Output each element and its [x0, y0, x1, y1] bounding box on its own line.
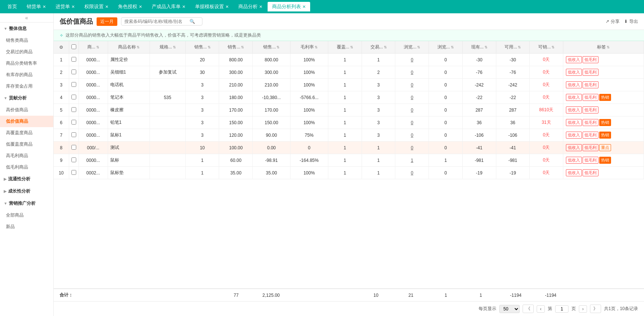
- views1-value[interactable]: 0: [411, 170, 413, 176]
- sidebar-item-all-products[interactable]: 全部商品: [0, 210, 53, 221]
- spec-col-header[interactable]: 规格...⇅: [150, 41, 185, 54]
- row-checkbox-3[interactable]: [69, 79, 78, 91]
- sidebar-collapse-button[interactable]: «: [0, 13, 53, 23]
- page-number-input[interactable]: [555, 305, 568, 313]
- first-page-button[interactable]: 《: [523, 305, 534, 313]
- sidebar-item-sales-products[interactable]: 销售类商品: [0, 35, 53, 46]
- row-views1-3[interactable]: 0: [395, 79, 429, 91]
- select-all-checkbox[interactable]: [71, 44, 76, 49]
- sidebar-item-traded-products[interactable]: 交易过的商品: [0, 46, 53, 58]
- export-button[interactable]: ⬇ 导出: [624, 18, 638, 25]
- row-views1-10[interactable]: 0: [395, 167, 429, 179]
- qty-col-header[interactable]: 销售...⇅: [185, 41, 219, 54]
- row-views1-5[interactable]: 0: [395, 104, 429, 116]
- nav-template-close[interactable]: ✕: [225, 4, 229, 9]
- row-checkbox-5[interactable]: [69, 104, 78, 116]
- sidebar-item-high-margin[interactable]: 高毛利商品: [0, 150, 53, 162]
- views2-col-header[interactable]: 浏览...⇅: [429, 41, 463, 54]
- row-checkbox-7[interactable]: [69, 129, 78, 142]
- views1-value[interactable]: 0: [411, 82, 413, 88]
- sidebar-item-low-value[interactable]: 低价值商品: [0, 116, 53, 127]
- row-checkbox-4[interactable]: [69, 91, 78, 104]
- row-views1-4[interactable]: 0: [395, 91, 429, 104]
- time-filter-button[interactable]: 近一月: [97, 17, 117, 26]
- row-checkbox-2[interactable]: [69, 66, 78, 79]
- table-container[interactable]: ⚙ 商...⇅ 商品名称⇅ 规格...⇅ 销售...⇅ 销售...⇅ 销售...…: [54, 41, 644, 288]
- views1-value[interactable]: 0: [411, 145, 413, 150]
- sidebar-item-high-coverage[interactable]: 高覆盖度商品: [0, 127, 53, 139]
- nav-permissions[interactable]: 权限设置 ✕: [80, 2, 113, 11]
- code-col-header[interactable]: 商...⇅: [78, 41, 108, 54]
- nav-sales[interactable]: 销货单 ✕: [22, 2, 50, 11]
- row-checkbox-1[interactable]: [69, 54, 78, 66]
- sidebar-group-flow[interactable]: ▶ 流通性分析: [0, 173, 53, 185]
- settings-col-header[interactable]: ⚙: [54, 41, 69, 54]
- avg-col-header[interactable]: 销售...⇅: [253, 41, 290, 54]
- row-views1-6[interactable]: 0: [395, 116, 429, 129]
- row-views1-8[interactable]: 0: [395, 142, 429, 154]
- row-check-4[interactable]: [71, 95, 76, 99]
- views1-value[interactable]: 1: [411, 158, 413, 163]
- nav-permissions-close[interactable]: ✕: [105, 4, 108, 9]
- nav-product-list[interactable]: 商品分析列表 ✕: [268, 2, 310, 11]
- views1-value[interactable]: 0: [411, 57, 413, 62]
- search-input[interactable]: [124, 19, 187, 24]
- sidebar-group-marketing[interactable]: ▼ 营销推广分析: [0, 197, 53, 210]
- row-check-3[interactable]: [71, 82, 76, 87]
- sidebar-item-category-sales-rate[interactable]: 商品分类销售率: [0, 58, 53, 69]
- sidebar-group-overall[interactable]: ▼ 整体信息: [0, 23, 53, 35]
- tags-col-header[interactable]: 标签⇅: [563, 41, 644, 54]
- sidebar-item-stock-products[interactable]: 有库存的商品: [0, 69, 53, 81]
- row-checkbox-6[interactable]: [69, 116, 78, 129]
- next-page-button[interactable]: ›: [579, 305, 587, 313]
- row-checkbox-9[interactable]: [69, 154, 78, 167]
- row-check-2[interactable]: [71, 69, 76, 74]
- nav-product-list-close[interactable]: ✕: [302, 4, 306, 9]
- row-views1-9[interactable]: 1: [395, 154, 429, 167]
- sellable-col-header[interactable]: 可销...⇅: [530, 41, 563, 54]
- nav-template[interactable]: 单据模板设置 ✕: [191, 2, 233, 11]
- views1-col-header[interactable]: 浏览...⇅: [395, 41, 429, 54]
- nav-purchase-close[interactable]: ✕: [71, 4, 75, 9]
- trans-col-header[interactable]: 交易...⇅: [362, 41, 395, 54]
- row-views1-7[interactable]: 0: [395, 129, 429, 142]
- nav-product-analysis[interactable]: 商品分析 ✕: [234, 2, 267, 11]
- row-checkbox-8[interactable]: [69, 142, 78, 154]
- sidebar-group-growth[interactable]: ▶ 成长性分析: [0, 185, 53, 197]
- row-views1-1[interactable]: 0: [395, 54, 429, 66]
- views1-value[interactable]: 0: [411, 70, 413, 75]
- row-check-1[interactable]: [71, 57, 76, 62]
- views1-value[interactable]: 0: [411, 120, 413, 125]
- nav-roles-close[interactable]: ✕: [139, 4, 142, 9]
- row-check-10[interactable]: [71, 170, 76, 175]
- nav-home[interactable]: 首页: [3, 2, 21, 11]
- coverage-col-header[interactable]: 覆盖...⇅: [328, 41, 362, 54]
- nav-sales-close[interactable]: ✕: [43, 4, 46, 9]
- name-col-header[interactable]: 商品名称⇅: [108, 41, 150, 54]
- amount-col-header[interactable]: 销售...⇅: [219, 41, 253, 54]
- views1-value[interactable]: 0: [411, 108, 413, 113]
- search-icon[interactable]: 🔍: [189, 19, 195, 24]
- last-page-button[interactable]: 》: [590, 305, 601, 313]
- share-button[interactable]: ↗ 分享: [606, 18, 620, 25]
- prev-page-button[interactable]: ‹: [537, 305, 545, 313]
- sidebar-item-low-margin[interactable]: 低毛利商品: [0, 162, 53, 173]
- nav-purchase[interactable]: 进货单 ✕: [51, 2, 79, 11]
- views1-value[interactable]: 0: [411, 133, 413, 138]
- row-check-8[interactable]: [71, 145, 76, 150]
- sidebar-item-high-value[interactable]: 高价值商品: [0, 104, 53, 116]
- sidebar-item-new-products[interactable]: 新品: [0, 221, 53, 232]
- row-check-7[interactable]: [71, 132, 76, 137]
- row-views1-2[interactable]: 0: [395, 66, 429, 79]
- sidebar-item-low-coverage[interactable]: 低覆盖度商品: [0, 139, 53, 150]
- per-page-select[interactable]: 50 100 200: [499, 305, 520, 313]
- checkbox-col-header[interactable]: [69, 41, 78, 54]
- nav-roles[interactable]: 角色授权 ✕: [114, 2, 147, 11]
- row-checkbox-10[interactable]: [69, 167, 78, 179]
- sidebar-item-stock-capital[interactable]: 库存资金占用: [0, 81, 53, 92]
- nav-product-entry[interactable]: 产成品入库单 ✕: [147, 2, 190, 11]
- views1-value[interactable]: 0: [411, 95, 413, 100]
- profit-col-header[interactable]: 毛利率⇅: [290, 41, 328, 54]
- available-stock-col-header[interactable]: 可用...⇅: [496, 41, 530, 54]
- current-stock-col-header[interactable]: 现有...⇅: [462, 41, 496, 54]
